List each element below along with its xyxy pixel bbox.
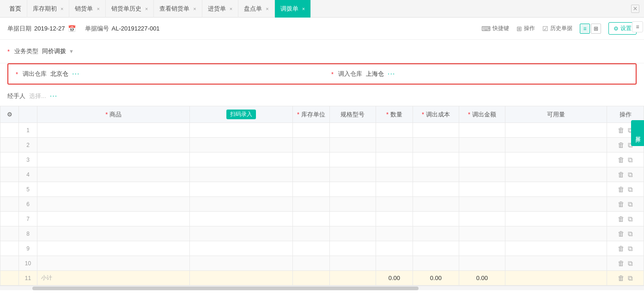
row-unit[interactable] bbox=[292, 197, 329, 212]
row-unit[interactable] bbox=[292, 138, 329, 153]
row-qty[interactable] bbox=[376, 138, 413, 153]
row-qty[interactable] bbox=[376, 167, 413, 182]
row-spec[interactable] bbox=[329, 212, 376, 226]
out-warehouse-more[interactable]: ··· bbox=[72, 70, 79, 78]
calendar-icon[interactable]: 📅 bbox=[68, 25, 76, 32]
row-spec[interactable] bbox=[329, 256, 376, 271]
row-spec[interactable] bbox=[329, 123, 376, 138]
row-copy-icon[interactable]: ⧉ bbox=[628, 230, 633, 238]
row-unit[interactable] bbox=[292, 153, 329, 167]
row-cost[interactable] bbox=[413, 153, 459, 167]
sidebar-btn-expand[interactable]: 展开 bbox=[631, 120, 644, 146]
row-copy-icon[interactable]: ⧉ bbox=[628, 185, 633, 193]
handler-select[interactable]: 选择... bbox=[29, 92, 46, 100]
shortcut-action[interactable]: ⌨ 快捷键 bbox=[481, 24, 509, 32]
subtotal-delete-icon[interactable]: 🗑 bbox=[618, 274, 625, 282]
scrollbar-thumb[interactable] bbox=[32, 287, 419, 290]
sidebar-btn-list[interactable]: ≡ bbox=[632, 21, 643, 32]
row-cost[interactable] bbox=[413, 226, 459, 241]
row-amount[interactable] bbox=[459, 197, 505, 212]
row-unit[interactable] bbox=[292, 167, 329, 182]
row-unit[interactable] bbox=[292, 256, 329, 271]
tab-sales-history[interactable]: 销货单历史 × bbox=[106, 0, 154, 18]
row-unit[interactable] bbox=[292, 123, 329, 138]
row-goods[interactable] bbox=[37, 138, 190, 153]
doc-date-value[interactable]: 2019-12-27 bbox=[34, 25, 65, 32]
row-copy-icon[interactable]: ⧉ bbox=[628, 156, 633, 164]
in-warehouse-value[interactable]: 上海仓 bbox=[366, 70, 384, 78]
tab-view-sales-close[interactable]: × bbox=[193, 6, 196, 12]
bottom-scrollbar[interactable] bbox=[0, 286, 644, 290]
row-delete-icon[interactable]: 🗑 bbox=[618, 244, 625, 252]
row-cost[interactable] bbox=[413, 123, 459, 138]
out-warehouse-value[interactable]: 北京仓 bbox=[50, 70, 68, 78]
col-header-gear[interactable]: ⚙ bbox=[0, 106, 19, 123]
handler-more[interactable]: ··· bbox=[50, 92, 57, 100]
layout-btn-list[interactable]: ≡ bbox=[580, 24, 590, 34]
row-delete-icon[interactable]: 🗑 bbox=[618, 215, 625, 223]
row-unit[interactable] bbox=[292, 182, 329, 197]
tab-view-sales[interactable]: 查看销货单 × bbox=[154, 0, 202, 18]
row-delete-icon[interactable]: 🗑 bbox=[618, 171, 625, 178]
tab-sales-order-close[interactable]: × bbox=[97, 6, 99, 12]
row-qty[interactable] bbox=[376, 212, 413, 226]
row-delete-icon[interactable]: 🗑 bbox=[618, 156, 625, 164]
row-qty[interactable] bbox=[376, 153, 413, 167]
row-copy-icon[interactable]: ⧉ bbox=[628, 200, 633, 208]
row-copy-icon[interactable]: ⧉ bbox=[628, 244, 633, 252]
row-qty[interactable] bbox=[376, 256, 413, 271]
row-unit[interactable] bbox=[292, 241, 329, 256]
row-copy-icon[interactable]: ⧉ bbox=[628, 171, 633, 178]
row-unit[interactable] bbox=[292, 226, 329, 241]
row-amount[interactable] bbox=[459, 226, 505, 241]
row-unit[interactable] bbox=[292, 212, 329, 226]
row-qty[interactable] bbox=[376, 226, 413, 241]
row-cost[interactable] bbox=[413, 241, 459, 256]
row-goods[interactable] bbox=[37, 167, 190, 182]
row-goods[interactable] bbox=[37, 182, 190, 197]
row-spec[interactable] bbox=[329, 197, 376, 212]
row-spec[interactable] bbox=[329, 138, 376, 153]
subtotal-copy-icon[interactable]: ⧉ bbox=[628, 274, 633, 282]
row-spec[interactable] bbox=[329, 241, 376, 256]
layout-btn-grid[interactable]: ⊞ bbox=[591, 24, 601, 34]
row-qty[interactable] bbox=[376, 241, 413, 256]
tab-stocktake-close[interactable]: × bbox=[266, 6, 268, 12]
tab-sales-history-close[interactable]: × bbox=[145, 6, 148, 12]
tab-inventory-init[interactable]: 库存期初 × bbox=[27, 0, 69, 18]
row-spec[interactable] bbox=[329, 182, 376, 197]
row-goods[interactable] bbox=[37, 241, 190, 256]
row-amount[interactable] bbox=[459, 167, 505, 182]
row-cost[interactable] bbox=[413, 167, 459, 182]
row-delete-icon[interactable]: 🗑 bbox=[618, 200, 625, 208]
row-delete-icon[interactable]: 🗑 bbox=[618, 126, 625, 134]
row-qty[interactable] bbox=[376, 197, 413, 212]
history-action[interactable]: ☑ 历史单据 bbox=[542, 24, 572, 32]
tab-home[interactable]: 首页 bbox=[4, 0, 27, 18]
row-spec[interactable] bbox=[329, 226, 376, 241]
tab-transfer[interactable]: 调拨单 × bbox=[275, 0, 311, 18]
row-amount[interactable] bbox=[459, 182, 505, 197]
table-wrapper[interactable]: ⚙ * 商品 扫码录入 * 库存单位 规格型号 bbox=[0, 106, 644, 286]
row-cost[interactable] bbox=[413, 197, 459, 212]
row-goods[interactable] bbox=[37, 153, 190, 167]
row-amount[interactable] bbox=[459, 241, 505, 256]
tab-transfer-close[interactable]: × bbox=[302, 6, 305, 12]
tab-sales-order[interactable]: 销货单 × bbox=[69, 0, 105, 18]
row-amount[interactable] bbox=[459, 153, 505, 167]
row-qty[interactable] bbox=[376, 123, 413, 138]
row-delete-icon[interactable]: 🗑 bbox=[618, 259, 625, 267]
row-spec[interactable] bbox=[329, 167, 376, 182]
row-cost[interactable] bbox=[413, 182, 459, 197]
row-spec[interactable] bbox=[329, 153, 376, 167]
row-amount[interactable] bbox=[459, 212, 505, 226]
window-close-button[interactable]: × bbox=[631, 5, 639, 13]
row-copy-icon[interactable]: ⧉ bbox=[628, 259, 633, 267]
row-cost[interactable] bbox=[413, 256, 459, 271]
row-copy-icon[interactable]: ⧉ bbox=[628, 215, 633, 223]
row-cost[interactable] bbox=[413, 138, 459, 153]
operation-action[interactable]: ⊞ 操作 bbox=[516, 24, 535, 32]
tab-purchase-order-close[interactable]: × bbox=[230, 6, 232, 12]
business-type-select[interactable]: 同价调拨 ▼ bbox=[42, 47, 97, 55]
row-qty[interactable] bbox=[376, 182, 413, 197]
